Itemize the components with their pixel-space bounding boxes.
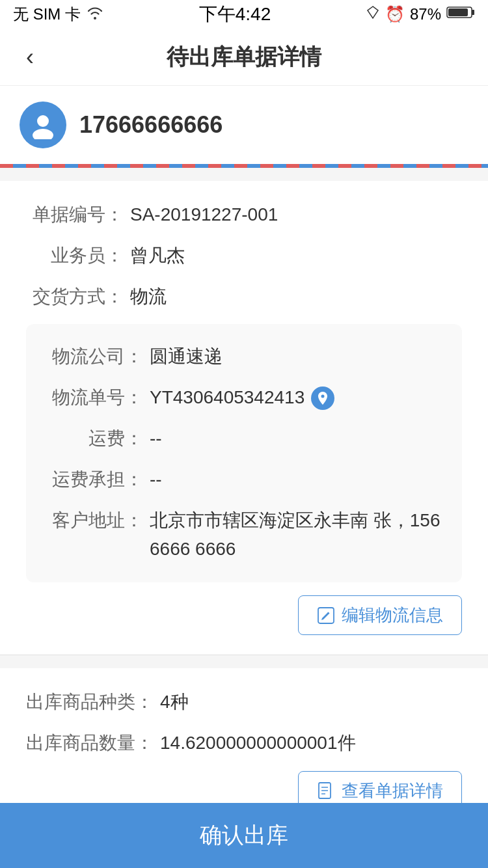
dashed-divider: [0, 164, 488, 168]
order-no-value: SA-20191227-001: [124, 200, 462, 230]
goods-types-value: 4种: [154, 688, 462, 717]
goods-types-label: 出库商品种类：: [26, 688, 154, 717]
view-detail-label: 查看单据详情: [342, 780, 443, 802]
track-no-row: 物流单号： YT4306405342413: [46, 383, 442, 413]
delivery-value: 物流: [124, 282, 462, 312]
freight-label: 运费：: [46, 424, 143, 454]
confirm-bar[interactable]: 确认出库: [0, 803, 488, 868]
freight-bear-value: --: [143, 465, 442, 495]
edit-btn-row: 编辑物流信息: [26, 595, 462, 635]
delivery-label: 交货方式：: [26, 282, 124, 312]
battery-icon: [446, 5, 475, 23]
carrier-text: 无 SIM 卡: [13, 4, 81, 25]
goods-quantity-label: 出库商品数量：: [26, 729, 154, 758]
edit-logistics-button[interactable]: 编辑物流信息: [298, 595, 462, 635]
freight-bear-label: 运费承担：: [46, 465, 143, 495]
salesman-label: 业务员：: [26, 241, 124, 271]
salesman-row: 业务员： 曾凡杰: [26, 241, 462, 271]
page-title: 待出库单据详情: [167, 42, 321, 72]
logistics-company-value: 圆通速递: [143, 342, 442, 372]
section-divider: [0, 655, 488, 655]
track-no-value: YT4306405342413: [143, 383, 442, 413]
nav-bar: ‹ 待出库单据详情: [0, 29, 488, 86]
track-no-label: 物流单号：: [46, 383, 143, 413]
back-button[interactable]: ‹: [20, 37, 40, 77]
freight-value: --: [143, 424, 442, 454]
order-no-label: 单据编号：: [26, 200, 124, 230]
logistics-card: 物流公司： 圆通速递 物流单号： YT4306405342413 运费： -- …: [26, 324, 462, 582]
order-no-row: 单据编号： SA-20191227-001: [26, 200, 462, 230]
salesman-value: 曾凡杰: [124, 241, 462, 271]
status-bar: 无 SIM 卡 下午4:42 ⏰ 87%: [0, 0, 488, 29]
svg-point-3: [37, 115, 49, 127]
edit-icon: [317, 606, 335, 625]
goods-quantity-row: 出库商品数量： 14.620000000000001件: [26, 729, 462, 758]
location-pin-icon[interactable]: [311, 387, 334, 410]
goods-quantity-value: 14.620000000000001件: [154, 729, 462, 758]
status-right: ⏰ 87%: [366, 5, 475, 23]
alarm-icon: ⏰: [385, 5, 405, 23]
address-value: 北京市市辖区海淀区永丰南 张，156 6666 6666: [143, 506, 442, 565]
svg-rect-2: [448, 8, 468, 16]
goods-types-row: 出库商品种类： 4种: [26, 688, 462, 717]
customer-phone: 17666666666: [79, 111, 223, 139]
status-left: 无 SIM 卡: [13, 4, 104, 25]
time-text: 下午4:42: [199, 2, 271, 27]
basic-info-section: 单据编号： SA-20191227-001 业务员： 曾凡杰 交货方式： 物流 …: [0, 181, 488, 655]
logistics-company-row: 物流公司： 圆通速递: [46, 342, 442, 372]
edit-logistics-label: 编辑物流信息: [342, 604, 443, 627]
location-icon: [366, 5, 380, 23]
customer-header: 17666666666: [0, 86, 488, 164]
battery-text: 87%: [410, 5, 441, 23]
svg-point-4: [33, 129, 53, 139]
document-icon: [317, 781, 335, 800]
avatar: [20, 102, 66, 148]
confirm-button-label: 确认出库: [200, 821, 288, 850]
address-row: 客户地址： 北京市市辖区海淀区永丰南 张，156 6666 6666: [46, 506, 442, 565]
wifi-icon: [86, 5, 104, 23]
logistics-company-label: 物流公司：: [46, 342, 143, 372]
freight-row: 运费： --: [46, 424, 442, 454]
delivery-row: 交货方式： 物流: [26, 282, 462, 312]
freight-bear-row: 运费承担： --: [46, 465, 442, 495]
svg-rect-1: [472, 10, 474, 15]
address-label: 客户地址：: [46, 506, 143, 536]
